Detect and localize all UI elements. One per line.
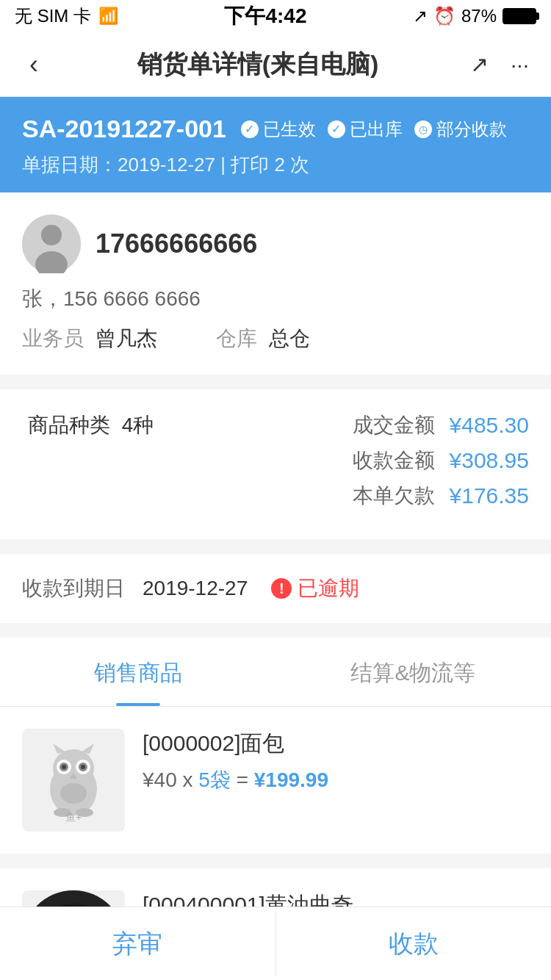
order-number: SA-20191227-001	[22, 115, 226, 143]
svg-point-17	[60, 783, 87, 804]
product-price-1: ¥40 x 5袋 = ¥199.99	[143, 766, 529, 794]
order-status-badges: ✓ 已生效 ✓ 已出库 ◷ 部分收款	[241, 118, 507, 141]
check-icon-2: ✓	[328, 120, 345, 138]
tabs: 销售商品 结算&物流等	[0, 638, 551, 707]
owed-label: 本单欠款	[353, 482, 435, 510]
category-label: 商品种类	[28, 414, 110, 436]
collected-value: ¥308.95	[450, 448, 529, 473]
page-title: 销货单详情(来自电脑)	[46, 48, 470, 82]
overdue-badge: ! 已逾期	[271, 574, 359, 602]
due-date: 2019-12-27	[143, 577, 248, 600]
overdue-icon: !	[271, 578, 292, 599]
battery-text: 87%	[461, 6, 497, 26]
clock-icon: ◷	[414, 120, 432, 138]
svg-point-1	[41, 225, 62, 245]
warehouse-name: 总仓	[269, 325, 310, 353]
status-label-3: 部分收款	[436, 118, 507, 141]
customer-name-phone: 张，156 6666 6666	[22, 285, 529, 313]
deal-amount-row: 成交金额 ¥485.30	[353, 411, 529, 439]
svg-text:鱼+: 鱼+	[65, 811, 82, 823]
deal-amount-label: 成交金额	[353, 411, 435, 439]
check-icon-1: ✓	[241, 120, 259, 138]
order-meta: 单据日期：2019-12-27 | 打印 2 次	[22, 152, 529, 178]
summary-section: 商品种类 4种 成交金额 ¥485.30 收款金额 ¥308.95 本单欠款 ¥…	[0, 389, 551, 539]
owl-svg: 鱼+	[29, 736, 118, 824]
svg-point-8	[62, 765, 66, 769]
due-section: 收款到期日 2019-12-27 ! 已逾期	[0, 554, 551, 623]
summary-right: 成交金额 ¥485.30 收款金额 ¥308.95 本单欠款 ¥176.35	[353, 411, 529, 517]
bottom-bar: 弃审 收款	[0, 907, 551, 980]
owed-value: ¥176.35	[450, 483, 529, 508]
collected-amount-row: 收款金额 ¥308.95	[353, 447, 529, 475]
status-badge-shipped: ✓ 已出库	[328, 118, 403, 141]
total-1: ¥199.99	[254, 768, 328, 791]
qty-1: 5袋	[198, 768, 231, 791]
avatar	[22, 215, 81, 273]
customer-staff-info: 业务员 曾凡杰 仓库 总仓	[22, 325, 529, 353]
customer-phone: 17666666666	[96, 228, 257, 259]
nav-bar: ‹ 销货单详情(来自电脑) ↗︎ ···	[0, 32, 551, 97]
staff-name: 曾凡杰	[96, 325, 157, 353]
status-badge-partial: ◷ 部分收款	[414, 118, 507, 141]
collect-button[interactable]: 收款	[276, 912, 552, 976]
warehouse-label: 仓库	[216, 325, 257, 353]
tab-label-0: 销售商品	[94, 660, 182, 685]
share-icon[interactable]: ↗︎	[470, 51, 489, 77]
tab-sales-products[interactable]: 销售商品	[0, 638, 276, 706]
product-info-1: [0000002]面包 ¥40 x 5袋 = ¥199.99	[143, 729, 529, 794]
customer-section: 17666666666 张，156 6666 6666 业务员 曾凡杰 仓库 总…	[0, 192, 551, 375]
product-item: 鱼+ [0000002]面包 ¥40 x 5袋 = ¥199.99	[0, 707, 551, 854]
alarm-icon: ⏰	[433, 6, 455, 26]
reject-button[interactable]: 弃审	[0, 912, 276, 976]
product-image-1: 鱼+	[22, 729, 125, 832]
category-value: 4种	[122, 414, 154, 436]
status-label-1: 已生效	[263, 118, 316, 141]
price-eq-1: =	[237, 768, 254, 791]
warehouse-item: 仓库 总仓	[216, 325, 310, 353]
status-bar: 无 SIM 卡 📶 下午4:42 ↗ ⏰ 87%	[0, 0, 551, 32]
price-base-1: ¥40	[143, 768, 177, 791]
avatar-svg	[22, 215, 81, 273]
location-icon: ↗	[413, 6, 428, 26]
status-badge-effective: ✓ 已生效	[241, 118, 316, 141]
status-right: ↗ ⏰ 87%	[413, 6, 536, 26]
category-count: 商品种类 4种	[22, 411, 154, 439]
collected-label: 收款金额	[353, 447, 435, 475]
owed-amount-row: 本单欠款 ¥176.35	[353, 482, 529, 510]
due-label: 收款到期日	[22, 574, 125, 602]
staff-label: 业务员	[22, 325, 84, 353]
price-x-1: x	[183, 768, 199, 791]
wifi-icon: 📶	[98, 7, 118, 26]
status-left: 无 SIM 卡 📶	[15, 4, 118, 28]
product-name-1: [0000002]面包	[143, 729, 529, 759]
staff-item: 业务员 曾凡杰	[22, 325, 157, 353]
summary-left: 商品种类 4种	[22, 411, 154, 445]
deal-amount-value: ¥485.30	[450, 413, 529, 438]
carrier-text: 无 SIM 卡	[15, 4, 91, 28]
battery-icon	[503, 8, 536, 24]
status-label-2: 已出库	[350, 118, 403, 141]
nav-actions: ↗︎ ···	[470, 51, 529, 77]
tab-settlement[interactable]: 结算&物流等	[276, 638, 551, 706]
tab-label-1: 结算&物流等	[350, 660, 475, 685]
back-button[interactable]: ‹	[22, 42, 46, 87]
more-options-icon[interactable]: ···	[511, 52, 529, 77]
overdue-text: 已逾期	[298, 574, 359, 602]
time-display: 下午4:42	[224, 2, 306, 30]
order-banner: SA-20191227-001 ✓ 已生效 ✓ 已出库 ◷ 部分收款 单据日期：…	[0, 97, 551, 192]
svg-point-11	[81, 765, 85, 769]
